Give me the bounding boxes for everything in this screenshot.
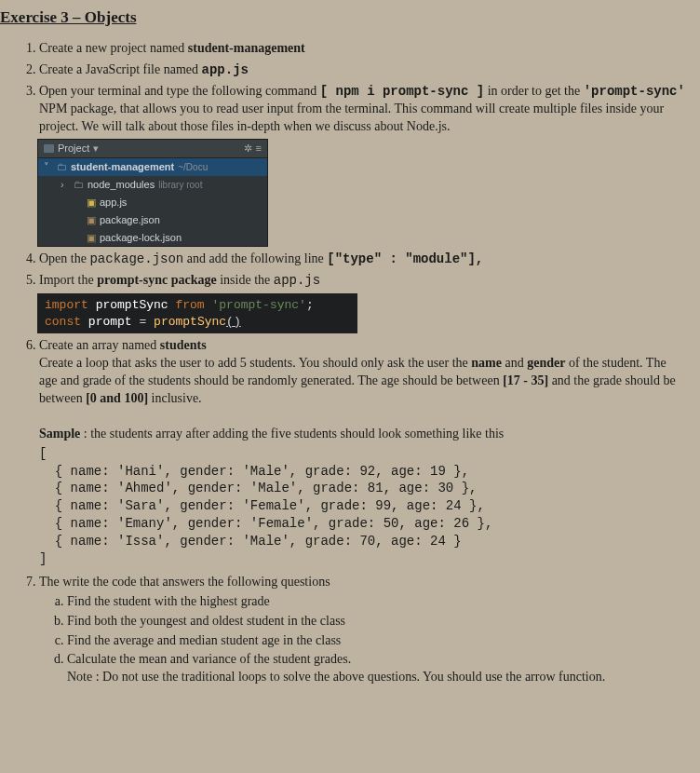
step-1-text: Create a new project named [39, 41, 188, 55]
sample-students-array: [ { name: 'Hani', gender: 'Male', grade:… [39, 445, 687, 568]
step-2-filename: app.js [202, 62, 249, 77]
step-7d-text: Calculate the mean and variance of the s… [67, 652, 351, 666]
chevron-down-icon: ˅ [44, 160, 53, 174]
sample-lead: Sample [39, 427, 80, 441]
step-6-name: name [471, 356, 502, 370]
code-paren: () [226, 315, 241, 329]
tree-appjs-label: app.js [100, 196, 127, 210]
code-fn-call: promptSync [154, 315, 226, 329]
folder-icon: 🗀 [74, 178, 84, 192]
caret-down-icon: ▾ [93, 142, 99, 156]
tree-project-label: Project [58, 142, 89, 156]
step-5-post: inside the [217, 273, 274, 287]
step-3-pre: Open your terminal and type the followin… [39, 84, 320, 98]
tree-node-modules-label: node_modules [88, 178, 155, 192]
step-7-note: Note : Do not use the traditional loops … [67, 670, 605, 684]
tree-root-folder[interactable]: ˅ 🗀 student-management ~/Docu [38, 158, 267, 176]
tree-node-modules[interactable]: › 🗀 node_modules library root [38, 176, 267, 194]
step-3-mid: in order to get the [484, 84, 584, 98]
json-file-icon: ▣ [87, 213, 96, 227]
step-6-gender: gender [527, 356, 565, 370]
exercise-title: Exercise 3 – Objects [0, 7, 687, 29]
code-eq: = [139, 315, 146, 329]
step-4-code: ["type" : "module"], [327, 251, 483, 266]
step-5-filename: app.js [274, 273, 320, 288]
step-5-package: prompt-sync package [97, 273, 216, 287]
code-semi: ; [306, 298, 314, 312]
json-file-icon: ▣ [87, 231, 96, 245]
tree-packagejson-label: package.json [100, 213, 160, 227]
tree-packagelock[interactable]: ▣ package-lock.json [38, 229, 267, 247]
step-7-text: The write the code that answers the foll… [39, 575, 330, 589]
step-4: Open the package.json and add the follow… [39, 251, 687, 268]
tree-appjs[interactable]: ▣ app.js [38, 194, 267, 211]
folder-icon: 🗀 [57, 160, 67, 174]
tree-packagelock-label: package-lock.json [100, 231, 182, 245]
tree-root-name: student-management [71, 160, 174, 174]
step-6-pre: Create an array named [39, 338, 160, 352]
step-3: Open your terminal and type the followin… [39, 83, 687, 248]
step-7d: Calculate the mean and variance of the s… [67, 651, 687, 686]
step-1: Create a new project named student-manag… [39, 40, 687, 58]
gear-icon: ✲ [244, 142, 252, 156]
step-6-body-b: and [502, 356, 527, 370]
code-kw-const: const [45, 315, 81, 329]
step-4-filename: package.json [89, 251, 183, 266]
filter-icon: ≡ [256, 142, 262, 156]
code-ident-prompt: prompt [88, 315, 132, 329]
js-file-icon: ▣ [87, 196, 96, 210]
step-3-package: 'prompt-sync' [584, 84, 685, 99]
step-5: Import the prompt-sync package inside th… [39, 272, 687, 333]
step-6-graderange: [0 and 100] [86, 391, 148, 405]
code-sample-import: import promptSync from 'prompt-sync'; co… [37, 293, 357, 333]
ide-project-tree: Project ▾ ✲ ≡ ˅ 🗀 student-management ~/D… [37, 139, 268, 247]
code-str-package: 'prompt-sync' [211, 298, 305, 312]
step-7a: Find the student with the highest grade [67, 593, 687, 611]
main-steps-list: Create a new project named student-manag… [0, 40, 687, 686]
tree-library-root-label: library root [158, 179, 202, 192]
step-2-text: Create a JavaScript file named [39, 62, 202, 76]
step-7b: Find both the youngest and oldest studen… [67, 613, 687, 631]
sample-post: : the students array after adding the fi… [80, 427, 504, 441]
step-7-sublist: Find the student with the highest grade … [39, 593, 687, 686]
tree-header: Project ▾ ✲ ≡ [38, 140, 267, 158]
project-tab-icon [44, 144, 54, 153]
step-6-arrayname: students [160, 338, 207, 352]
step-2: Create a JavaScript file named app.js [39, 61, 687, 79]
step-6-body-e: inclusive. [148, 391, 202, 405]
code-kw-import: import [45, 298, 88, 312]
step-7: The write the code that answers the foll… [39, 574, 687, 686]
chevron-right-icon: › [61, 178, 70, 192]
step-6: Create an array named students Create a … [39, 337, 687, 568]
step-3-post: NPM package, that allows you to read use… [39, 102, 664, 133]
tree-packagejson[interactable]: ▣ package.json [38, 211, 267, 229]
step-4-pre: Open the [39, 251, 89, 265]
step-1-project-name: student-management [188, 41, 305, 55]
step-3-command: [ npm i prompt-sync ] [320, 84, 484, 99]
step-5-pre: Import the [39, 273, 97, 287]
code-ident-promptSync: promptSync [96, 298, 168, 312]
tree-root-path: ~/Docu [178, 161, 208, 174]
code-kw-from: from [175, 298, 204, 312]
step-6-agerange: [17 - 35] [503, 373, 548, 387]
step-6-body-a: Create a loop that asks the user to add … [39, 356, 471, 370]
step-7c: Find the average and median student age … [67, 632, 687, 650]
step-4-mid: and add the following line [183, 251, 327, 265]
